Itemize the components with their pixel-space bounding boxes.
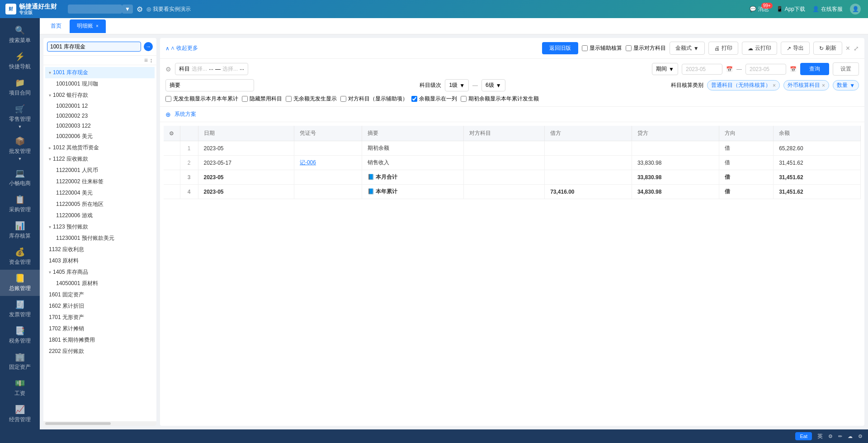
cloud-print-btn[interactable]: ☁ 云打印 [742, 42, 777, 55]
show-aux-checkbox[interactable] [582, 45, 588, 51]
tree-item-1123[interactable]: ▾ 1123 预付账款 [45, 221, 155, 233]
tree-list-icon[interactable]: ≡ [144, 57, 148, 64]
tree-item-11220002[interactable]: 11220002 往来标签 [45, 176, 155, 187]
voucher-link-2[interactable]: 记-006 [300, 159, 316, 166]
tree-item-1602[interactable]: 1602 累计折旧 [45, 300, 155, 312]
tree-item-11220006[interactable]: 11220006 游戏 [45, 210, 155, 221]
view-mode-btn[interactable]: 金额式 ▼ [670, 42, 705, 55]
sidebar-item-project[interactable]: 📁 项目合同 [0, 74, 40, 100]
th-settings[interactable]: ⚙ [164, 126, 180, 141]
status-icon-3[interactable]: ☁ [848, 433, 853, 439]
summary-input[interactable] [182, 82, 250, 89]
top-search-input[interactable] [68, 5, 122, 14]
tree-item-11220001[interactable]: 11220001 人民币 [45, 165, 155, 176]
period-filter-select[interactable]: 期间 ▼ [652, 63, 678, 75]
status-icon-4[interactable]: ⚙ [858, 433, 863, 439]
sidebar-item-wholesale[interactable]: 📦 批发管理 ▼ [0, 133, 40, 165]
tab-close-icon[interactable]: × [96, 24, 99, 29]
tree-item-10020006[interactable]: 10020006 美元 [45, 131, 155, 142]
tab-home[interactable]: 首页 [43, 19, 69, 33]
check-balance-one-col-input[interactable] [411, 96, 417, 102]
period-start-input[interactable] [682, 64, 722, 75]
tree-item-1403[interactable]: 1403 原材料 [45, 255, 155, 267]
sidebar-item-assets[interactable]: 🏢 固定资产 [0, 348, 40, 375]
status-icon-2[interactable]: ✏ [838, 433, 842, 439]
gear-icon[interactable]: ⚙ [137, 5, 143, 14]
tree-item-10010001[interactable]: 10010001 现川咖 [45, 78, 155, 90]
expand-filter-btn[interactable]: ∧ ∧ 收起更多 [165, 44, 198, 52]
tree-item-10020001[interactable]: 10020001 12 [45, 101, 155, 111]
tag-quantity[interactable]: 数量 ▼ [833, 80, 859, 91]
export-btn[interactable]: ↗ 导出 [781, 42, 810, 55]
solution-link[interactable]: 系统方案 [175, 110, 196, 118]
panel-expand-btn[interactable]: ⤢ [854, 45, 859, 52]
period-calendar-icon[interactable]: 📅 [726, 66, 733, 72]
check-initial-input[interactable] [461, 96, 467, 102]
tag-normal[interactable]: 普通科目（无特殊核算） × [707, 80, 780, 91]
message-action[interactable]: 💬 消息 99+ [750, 5, 769, 13]
check-no-balance-input[interactable] [165, 96, 171, 102]
tree-scrollbar-x[interactable] [43, 421, 156, 426]
account-search-confirm-btn[interactable]: → [144, 42, 153, 51]
tree-item-14050001[interactable]: 14050001 原材料 [45, 278, 155, 289]
eat-btn[interactable]: Eat [795, 432, 812, 440]
tree-item-11230001[interactable]: 11230001 预付账款美元 [45, 233, 155, 244]
subject-filter-select[interactable]: 科目 选择... ··· — 选择... ··· [175, 63, 248, 75]
sidebar-item-purchase[interactable]: 📋 采购管理 [0, 191, 40, 217]
sidebar-item-quicknav[interactable]: ⚡ 快捷导航 [0, 48, 40, 74]
tag-foreign[interactable]: 外币核算科目 × [783, 80, 829, 91]
subject-level-end-select[interactable]: 6级 ▼ [481, 79, 505, 91]
tree-item-1801[interactable]: 1801 长期待摊费用 [45, 334, 155, 346]
sidebar-item-ecommerce[interactable]: 💻 小畅电商 [0, 165, 40, 191]
tree-sort-icon[interactable]: ↕ [150, 57, 153, 64]
tree-item-1405[interactable]: ▾ 1405 库存商品 [45, 267, 155, 278]
tab-ledger[interactable]: 明细账 × [70, 19, 106, 33]
tree-item-1002[interactable]: ▾ 1002 银行存款 [45, 90, 155, 101]
user-action[interactable]: 👤 [850, 4, 863, 14]
download-action[interactable]: 📱 App下载 [776, 5, 805, 13]
subject-level-start-select[interactable]: 1级 ▼ [445, 79, 469, 91]
tree-item-11220004[interactable]: 11220004 美元 [45, 187, 155, 199]
sidebar-item-accounting[interactable]: 📒 总账管理 [0, 270, 40, 296]
tag-foreign-close[interactable]: × [822, 82, 825, 89]
check-hide-disabled-input[interactable] [242, 96, 248, 102]
back-oldversion-btn[interactable]: 返回旧版 [542, 42, 578, 54]
tree-item-1702[interactable]: 1702 累计摊销 [45, 323, 155, 334]
sidebar-item-search[interactable]: 🔍 搜索菜单 [0, 22, 40, 48]
tree-item-10020002[interactable]: 10020002 23 [45, 111, 155, 121]
sidebar-item-management[interactable]: 📈 经营管理 [0, 401, 40, 427]
tree-item-1132[interactable]: 1132 应收利息 [45, 244, 155, 255]
tree-item-1701[interactable]: 1701 无形资产 [45, 312, 155, 323]
period-end-input[interactable] [745, 64, 786, 75]
tree-item-1001[interactable]: ▾ 1001 库存现金 [45, 67, 155, 78]
panel-close-btn[interactable]: × [846, 44, 850, 52]
sidebar-item-capital[interactable]: 💰 资金管理 [0, 243, 40, 270]
tag-normal-close[interactable]: × [773, 82, 776, 89]
query-btn[interactable]: 查询 [800, 63, 829, 75]
tree-item-1122[interactable]: ▾ 1122 应收账款 [45, 153, 155, 165]
sidebar-item-retail[interactable]: 🛒 零售管理 ▼ [0, 100, 40, 133]
tree-item-1012[interactable]: ▸ 1012 其他货币资金 [45, 142, 155, 153]
dropdown-button[interactable]: ▼ [122, 5, 133, 14]
tree-item-10020003[interactable]: 10020003 122 [45, 121, 155, 131]
sidebar-item-salary[interactable]: 💵 工资 [0, 375, 40, 401]
refresh-btn[interactable]: ↻ 刷新 [813, 42, 842, 55]
period-calendar-icon2[interactable]: 📅 [790, 66, 797, 72]
tree-item-11220005[interactable]: 11220005 所在地区 [45, 199, 155, 210]
tree-item-1601[interactable]: 1601 固定资产 [45, 289, 155, 300]
sidebar-item-inventory[interactable]: 📊 库存核算 [0, 217, 40, 243]
filter-settings-icon[interactable]: ⚙ [165, 66, 171, 73]
settings-btn[interactable]: 设置 [833, 62, 859, 76]
status-icon-1[interactable]: ⚙ [828, 433, 833, 439]
service-action[interactable]: 👤 在线客服 [812, 5, 843, 13]
summary-filter[interactable]: 摘要 [165, 79, 254, 91]
english-btn[interactable]: 英 [817, 433, 823, 440]
demo-link[interactable]: ◎ 我要看实例演示 [146, 5, 191, 13]
check-contra-subject-input[interactable] [340, 96, 346, 102]
show-contra-checkbox[interactable] [626, 45, 632, 51]
tree-item-2202[interactable]: 2202 应付账款 [45, 346, 155, 357]
check-no-contra-input[interactable] [286, 96, 292, 102]
account-search-input[interactable] [47, 42, 141, 52]
print-btn[interactable]: 🖨 打印 [708, 42, 738, 55]
table-settings-icon[interactable]: ⚙ [169, 130, 174, 137]
